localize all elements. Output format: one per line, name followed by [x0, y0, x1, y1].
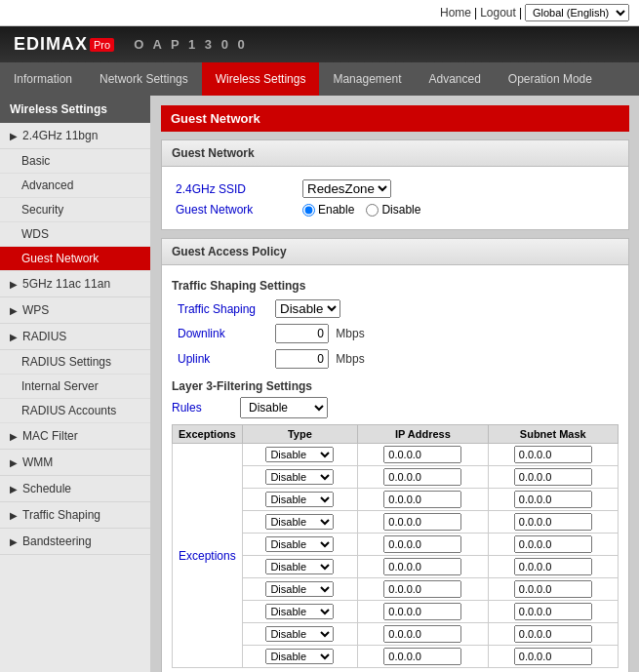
- exception-mask-input[interactable]: [514, 535, 592, 553]
- guest-network-row: Guest Network Enable Disable: [176, 203, 615, 217]
- sidebar-group-mac-label: MAC Filter: [22, 429, 78, 443]
- sidebar-sub-radius: RADIUS Settings Internal Server RADIUS A…: [0, 350, 150, 423]
- exceptions-header-row: Exceptions Type IP Address Subnet Mask: [173, 425, 619, 444]
- traffic-shaping-select[interactable]: Disable: [275, 299, 340, 318]
- enable-radio-label[interactable]: Enable: [302, 203, 354, 217]
- exception-type-select[interactable]: Disable: [265, 581, 334, 597]
- exception-type-cell: Disable: [242, 466, 357, 489]
- exception-mask-cell: [488, 601, 618, 623]
- exception-type-select[interactable]: Disable: [265, 559, 334, 574]
- guest-network-radios: Enable Disable: [302, 203, 615, 217]
- language-select[interactable]: Global (English): [525, 4, 629, 21]
- sidebar-group-5ghz: ▶ 5GHz 11ac 11an: [0, 271, 150, 297]
- exception-mask-input[interactable]: [514, 491, 592, 508]
- enable-radio[interactable]: [302, 204, 315, 217]
- sidebar-group-radius-header[interactable]: ▶ RADIUS: [0, 324, 150, 350]
- logout-link[interactable]: Logout: [480, 6, 516, 20]
- exception-ip-input[interactable]: [383, 513, 461, 531]
- sidebar-item-wds-24[interactable]: WDS: [0, 222, 150, 247]
- exceptions-label: Exceptions: [173, 444, 243, 668]
- sep2: |: [519, 6, 522, 20]
- sidebar-item-internal-server[interactable]: Internal Server: [0, 375, 150, 399]
- home-link[interactable]: Home: [440, 6, 471, 20]
- exception-type-cell: Disable: [242, 489, 357, 511]
- uplink-row: Uplink Mbps: [172, 346, 371, 372]
- exception-ip-cell: [358, 646, 488, 668]
- exception-type-select[interactable]: Disable: [265, 604, 334, 619]
- sidebar-group-wps-label: WPS: [22, 303, 49, 317]
- arrow-icon-mac: ▶: [10, 431, 18, 442]
- exception-type-cell: Disable: [242, 646, 357, 668]
- exception-ip-cell: [358, 489, 488, 511]
- disable-radio[interactable]: [366, 204, 379, 217]
- sidebar-group-radius-label: RADIUS: [22, 330, 66, 343]
- traffic-shaping-select-cell: Disable: [269, 296, 371, 321]
- exception-type-cell: Disable: [242, 444, 357, 466]
- nav-network-settings[interactable]: Network Settings: [86, 62, 202, 96]
- exception-ip-input[interactable]: [383, 580, 461, 598]
- exception-mask-input[interactable]: [514, 580, 592, 598]
- sidebar-item-security-24[interactable]: Security: [0, 198, 150, 222]
- exception-ip-input[interactable]: [383, 446, 461, 463]
- nav-information[interactable]: Information: [0, 62, 86, 96]
- nav-operation-mode[interactable]: Operation Mode: [495, 62, 606, 96]
- exception-ip-input[interactable]: [383, 625, 461, 643]
- sidebar-group-mac-header[interactable]: ▶ MAC Filter: [0, 423, 150, 450]
- exceptions-col-header: Exceptions: [173, 425, 243, 444]
- exception-type-select[interactable]: Disable: [265, 626, 334, 642]
- enable-label-text: Enable: [318, 203, 354, 217]
- sidebar-group-band-header[interactable]: ▶ Bandsteering: [0, 529, 150, 555]
- exception-type-select[interactable]: Disable: [265, 649, 334, 664]
- exception-ip-cell: [358, 511, 488, 534]
- exception-type-select[interactable]: Disable: [265, 536, 334, 552]
- sidebar-item-advanced-24[interactable]: Advanced: [0, 174, 150, 198]
- sidebar-item-guest-network-24[interactable]: Guest Network: [0, 247, 150, 271]
- sidebar-item-radius-accounts[interactable]: RADIUS Accounts: [0, 399, 150, 423]
- nav-advanced[interactable]: Advanced: [415, 62, 494, 96]
- exception-ip-cell: [358, 578, 488, 601]
- exception-mask-input[interactable]: [514, 625, 592, 643]
- disable-radio-label[interactable]: Disable: [366, 203, 420, 217]
- sidebar-group-24ghz-header[interactable]: ▶ 2.4GHz 11bgn: [0, 123, 150, 149]
- exception-ip-input[interactable]: [383, 558, 461, 575]
- exception-ip-input[interactable]: [383, 491, 461, 508]
- exception-ip-input[interactable]: [383, 535, 461, 553]
- sidebar-group-traffic-header[interactable]: ▶ Traffic Shaping: [0, 502, 150, 529]
- sidebar-group-wmm-header[interactable]: ▶ WMM: [0, 450, 150, 476]
- sidebar-group-5ghz-header[interactable]: ▶ 5GHz 11ac 11an: [0, 271, 150, 297]
- sidebar-group-wps-header[interactable]: ▶ WPS: [0, 297, 150, 324]
- rules-select[interactable]: Disable: [240, 397, 328, 418]
- sidebar-item-radius-settings[interactable]: RADIUS Settings: [0, 350, 150, 375]
- arrow-icon-5g: ▶: [10, 279, 18, 290]
- exception-mask-input[interactable]: [514, 558, 592, 575]
- exception-mask-input[interactable]: [514, 648, 592, 665]
- exception-type-select[interactable]: Disable: [265, 492, 334, 507]
- nav-wireless-settings[interactable]: Wireless Settings: [202, 62, 320, 96]
- exception-type-select[interactable]: Disable: [265, 469, 334, 485]
- exception-mask-input[interactable]: [514, 603, 592, 620]
- downlink-label: Downlink: [172, 321, 269, 346]
- guest-access-header: Guest Access Policy: [162, 239, 628, 265]
- sidebar-item-basic-24[interactable]: Basic: [0, 149, 150, 174]
- logo-pro-badge: Pro: [90, 38, 114, 52]
- device-name: O A P 1 3 0 0: [134, 37, 248, 52]
- ssid-row: 2.4GHz SSID RedesZone: [176, 179, 615, 198]
- exception-mask-input[interactable]: [514, 468, 592, 486]
- type-col-header: Type: [242, 425, 357, 444]
- exception-type-cell: Disable: [242, 601, 357, 623]
- exception-type-select[interactable]: Disable: [265, 514, 334, 530]
- ip-col-header: IP Address: [358, 425, 488, 444]
- ssid-select[interactable]: RedesZone: [302, 179, 391, 198]
- downlink-input-cell: Mbps: [269, 321, 371, 346]
- exception-ip-input[interactable]: [383, 468, 461, 486]
- exception-mask-input[interactable]: [514, 513, 592, 531]
- sidebar-group-schedule-header[interactable]: ▶ Schedule: [0, 476, 150, 502]
- exception-ip-input[interactable]: [383, 648, 461, 665]
- exception-ip-cell: [358, 601, 488, 623]
- downlink-input[interactable]: [275, 324, 329, 343]
- exception-type-select[interactable]: Disable: [265, 447, 334, 462]
- exception-ip-input[interactable]: [383, 603, 461, 620]
- uplink-input[interactable]: [275, 349, 329, 369]
- exception-mask-input[interactable]: [514, 446, 592, 463]
- nav-management[interactable]: Management: [319, 62, 415, 96]
